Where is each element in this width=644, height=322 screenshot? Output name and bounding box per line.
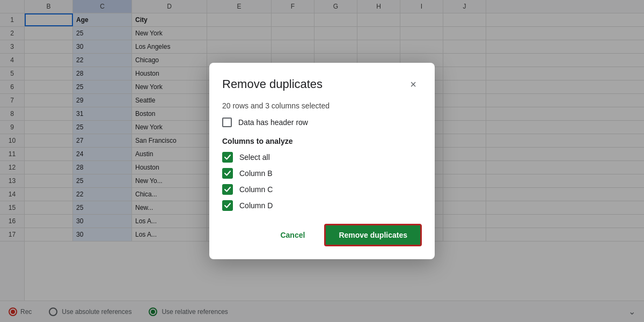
cancel-button[interactable]: Cancel [267, 224, 318, 246]
remove-duplicates-dialog: Remove duplicates × 20 rows and 3 column… [209, 63, 435, 259]
remove-duplicates-button[interactable]: Remove duplicates [324, 224, 422, 246]
select-all-label: Select all [239, 153, 270, 162]
column-d-label: Column D [239, 201, 273, 210]
close-button[interactable]: × [405, 76, 422, 93]
header-row-checkbox[interactable] [222, 118, 232, 127]
dialog-footer: Cancel Remove duplicates [222, 224, 422, 246]
column-item-c: Column C [222, 184, 420, 195]
column-c-checkbox[interactable] [222, 184, 233, 195]
dialog-subtitle: 20 rows and 3 columns selected [222, 101, 422, 110]
columns-section-title: Columns to analyze [222, 137, 422, 145]
dialog-title: Remove duplicates [222, 77, 323, 91]
select-all-checkbox[interactable] [222, 152, 233, 163]
dialog-header: Remove duplicates × [222, 76, 422, 93]
column-item-b: Column B [222, 168, 420, 179]
header-row-option: Data has header row [222, 118, 422, 127]
column-b-checkbox[interactable] [222, 168, 233, 179]
header-row-label: Data has header row [238, 118, 308, 127]
column-d-checkbox[interactable] [222, 200, 233, 211]
modal-overlay: Remove duplicates × 20 rows and 3 column… [0, 0, 644, 322]
column-item-select-all: Select all [222, 152, 420, 163]
column-b-label: Column B [239, 169, 272, 178]
column-item-d: Column D [222, 200, 420, 211]
columns-list: Select all Column B Column C [222, 152, 422, 211]
column-c-label: Column C [239, 185, 273, 194]
